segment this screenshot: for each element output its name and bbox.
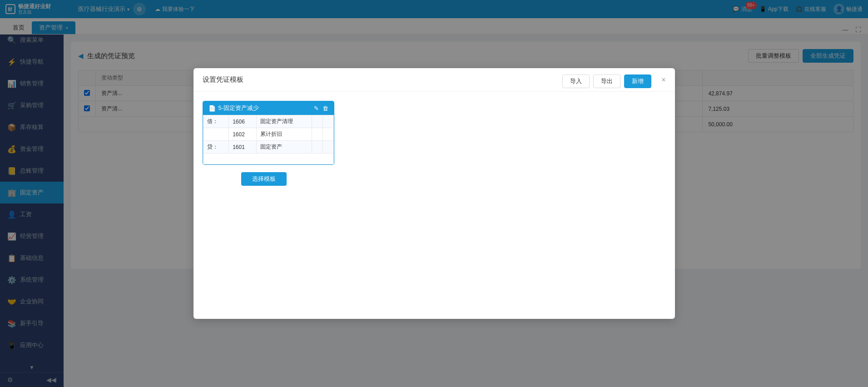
entry-direction: 借： [203,115,229,128]
modal-overlay: 设置凭证模板 导入 导出 新增 × 📄 5-固定资产减少 ✎ 🗑 [0,0,868,387]
entry-account: 固定资产 [256,141,312,154]
dialog-close-icon[interactable]: × [661,76,665,84]
list-item: 1602 累计折旧 [203,128,333,141]
list-item [203,154,333,164]
entry-amount [312,128,322,141]
entry-direction: 贷： [203,141,229,154]
list-item: 借： 1606 固定资产清理 [203,115,333,128]
entry-direction [203,128,229,141]
empty-row [203,154,333,164]
entry-code: 1606 [229,115,256,128]
template-doc-icon: 📄 [208,105,216,112]
import-button[interactable]: 导入 [562,74,590,88]
entry-account: 累计折旧 [256,128,312,141]
dialog: 设置凭证模板 导入 导出 新增 × 📄 5-固定资产减少 ✎ 🗑 [193,68,675,319]
entry-code: 1601 [229,141,256,154]
dialog-toolbar: 导入 导出 新增 [562,74,651,88]
select-template-button[interactable]: 选择模板 [241,172,287,186]
entry-code: 1602 [229,128,256,141]
template-name: 5-固定资产减少 [218,104,259,112]
new-button[interactable]: 新增 [624,74,651,88]
template-header-left: 📄 5-固定资产减少 [208,104,259,112]
template-card: 📄 5-固定资产减少 ✎ 🗑 借： 1606 固定资产清理 [203,101,334,165]
template-delete-icon[interactable]: 🗑 [322,105,328,112]
entry-extra [322,128,333,141]
entry-extra [322,115,333,128]
dialog-body: 📄 5-固定资产减少 ✎ 🗑 借： 1606 固定资产清理 [193,92,675,319]
export-button[interactable]: 导出 [593,74,620,88]
entry-amount [312,115,322,128]
entry-amount [312,141,322,154]
dialog-title: 设置凭证模板 [203,75,243,84]
template-actions: ✎ 🗑 [314,105,328,112]
template-edit-icon[interactable]: ✎ [314,105,319,112]
dialog-header: 设置凭证模板 导入 导出 新增 × [193,68,675,92]
entry-extra [322,141,333,154]
entry-account: 固定资产清理 [256,115,312,128]
template-card-header: 📄 5-固定资产减少 ✎ 🗑 [203,101,334,115]
list-item: 贷： 1601 固定资产 [203,141,333,154]
template-table: 借： 1606 固定资产清理 1602 累计折旧 [203,115,334,164]
